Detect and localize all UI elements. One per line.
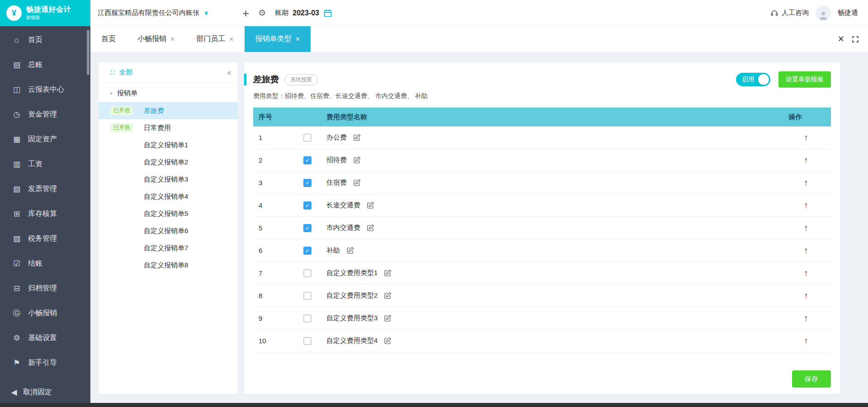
tab[interactable]: 首页 × [90,26,127,52]
row-number: 6 [253,247,294,254]
edit-icon[interactable] [367,201,374,209]
tree-group-expense-forms[interactable]: ∨ 报销单 [99,84,238,102]
sidebar-item[interactable]: ♛ 好会员 [0,375,90,381]
grid-icon: ∷ [110,68,115,77]
sidebar-item-icon: ☑ [12,259,22,268]
tab-close-icon[interactable]: × [296,36,300,43]
tree-item-label: 自定义报销单2 [144,158,188,167]
row-checkbox[interactable]: ✓ [303,224,311,232]
gear-icon[interactable]: ⚙ [258,9,266,17]
tab[interactable]: 部门员工 × [185,26,244,52]
edit-icon[interactable] [353,156,361,164]
sidebar-item[interactable]: ☑ 结账 [0,251,90,276]
horizontal-scrollbar[interactable] [0,403,868,407]
sidebar-item[interactable]: ⚑ 新手引导 [0,351,90,375]
sidebar-item[interactable]: ▨ 税务管理 [0,226,90,251]
row-checkbox-cell: ✓ [294,156,321,164]
move-up-icon[interactable]: ↑ [804,133,808,142]
chevron-down-icon: ∨ [204,9,209,16]
tab[interactable]: 小畅报销 × [127,26,185,52]
tree-item[interactable]: 自定义报销单5 [99,205,238,222]
tree-item[interactable]: 自定义报销单3 [99,171,238,188]
row-checkbox-cell: ✓ [294,134,321,142]
edit-icon[interactable] [384,337,392,345]
edit-icon[interactable] [384,269,392,277]
sidebar-item[interactable]: ⊞ 库存核算 [0,201,90,226]
support-link[interactable]: 人工咨询 [770,9,809,17]
sidebar-item[interactable]: ▦ 固定资产 [0,127,90,152]
sidebar-item[interactable]: ⌂ 首页 [0,28,90,52]
row-checkbox[interactable]: ✓ [303,337,311,345]
sidebar-item-label: 基础设置 [28,333,57,343]
avatar[interactable] [816,5,831,21]
tree-all-link[interactable]: 全部 [119,68,132,77]
sidebar: ⌂ 首页 ▤ 总账 ◫ 云报表中心 ◷ 资金管理 ▦ 固定资产 ▥ 工资 ▧ 发… [0,26,90,403]
tabbar: 首页 × 小畅报销 × 部门员工 × 报销单类型 × × [90,26,868,52]
company-selector[interactable]: 江西服宝精品有限责任公司内账张 ∨ [98,9,233,17]
tab[interactable]: 报销单类型 × [245,26,311,52]
sidebar-item[interactable]: ⚙ 基础设置 [0,326,90,351]
row-action-cell: ↑ [781,337,831,345]
row-checkbox[interactable]: ✓ [303,156,311,164]
tree-item[interactable]: 已开启 差旅费 [99,102,238,119]
tree-item[interactable]: 自定义报销单6 [99,222,238,239]
move-up-icon[interactable]: ↑ [804,156,808,164]
row-checkbox-cell: ✓ [294,201,321,210]
enable-toggle[interactable]: 启用 [736,73,770,86]
tab-close-icon[interactable]: × [229,36,233,43]
sidebar-item[interactable]: ⊟ 归档管理 [0,276,90,301]
expense-detail-panel: 差旅费 系统预置 启用 设置单据模板 费用类型：招待费、住宿费、长途交通费、 市… [244,62,840,394]
edit-icon[interactable] [384,314,392,322]
move-up-icon[interactable]: ↑ [804,269,808,277]
row-checkbox[interactable]: ✓ [303,134,311,142]
row-checkbox[interactable]: ✓ [303,247,311,255]
sidebar-scrollbar[interactable] [87,30,90,75]
save-button[interactable]: 保存 [792,370,831,388]
tab-close-icon[interactable]: × [170,36,175,43]
tree-item-label: 自定义报销单6 [144,227,188,235]
template-settings-button[interactable]: 设置单据模板 [778,71,831,88]
row-action-cell: ↑ [781,246,831,255]
row-checkbox[interactable]: ✓ [303,179,311,187]
tree-item[interactable]: 自定义报销单1 [99,136,238,154]
add-button[interactable]: + [242,7,249,19]
row-checkbox[interactable]: ✓ [303,269,311,277]
tree-item[interactable]: 已开启 日常费用 [99,119,238,136]
move-up-icon[interactable]: ↑ [804,246,808,255]
tree-item[interactable]: 自定义报销单8 [99,257,238,274]
close-icon[interactable]: × [838,34,844,44]
fullscreen-icon[interactable] [852,36,859,43]
edit-icon[interactable] [353,134,361,141]
user-name[interactable]: 畅捷通 [838,9,858,17]
edit-icon[interactable] [384,292,392,299]
period-selector[interactable]: 账期 2023-03 [275,9,332,18]
sidebar-item-icon: ▦ [12,135,22,144]
table-row: 9 ✓ 自定义费用类型3 ↑ [253,307,831,330]
tree-item[interactable]: 自定义报销单2 [99,154,238,171]
move-up-icon[interactable]: ↑ [804,291,808,300]
collapse-panel-icon[interactable]: « [227,68,231,77]
move-up-icon[interactable]: ↑ [804,314,808,323]
unpin-sidebar-button[interactable]: ◀ 取消固定 [0,381,90,403]
tree-item[interactable]: 自定义报销单7 [99,239,238,257]
sidebar-item[interactable]: ◫ 云报表中心 [0,77,90,102]
edit-icon[interactable] [367,224,374,232]
row-checkbox[interactable]: ✓ [303,292,311,300]
sidebar-item[interactable]: ▥ 工资 [0,152,90,177]
move-up-icon[interactable]: ↑ [804,224,808,232]
calendar-icon[interactable] [323,9,332,18]
edit-icon[interactable] [346,247,354,254]
move-up-icon[interactable]: ↑ [804,337,808,345]
row-action-cell: ↑ [781,314,831,323]
row-checkbox[interactable]: ✓ [303,314,311,323]
edit-icon[interactable] [353,179,361,187]
sidebar-item[interactable]: Ⓖ 小畅报销 [0,301,90,326]
move-up-icon[interactable]: ↑ [804,178,808,187]
sidebar-item[interactable]: ◷ 资金管理 [0,102,90,127]
sidebar-item[interactable]: ▧ 发票管理 [0,177,90,201]
row-checkbox[interactable]: ✓ [303,201,311,210]
tree-item[interactable]: 自定义报销单4 [99,188,238,205]
app-logo[interactable]: ¥ 畅捷通好会计 旗舰版 [0,0,90,26]
move-up-icon[interactable]: ↑ [804,201,808,210]
sidebar-item[interactable]: ▤ 总账 [0,52,90,77]
